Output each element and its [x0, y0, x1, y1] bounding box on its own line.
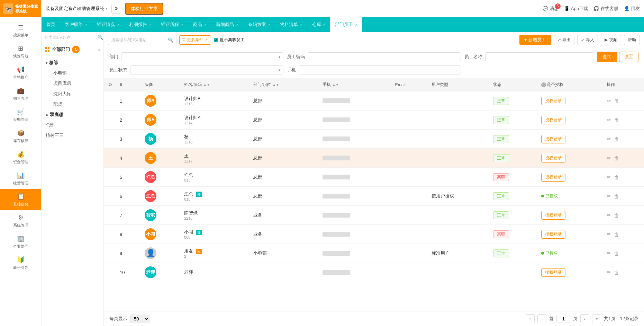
- search-input[interactable]: [111, 37, 166, 42]
- edit-icon[interactable]: ✏: [607, 136, 611, 142]
- sidebar-item-operations[interactable]: 📊 经营管理: [0, 168, 41, 189]
- tab-history[interactable]: 经营历程×: [156, 17, 188, 32]
- tab-dept-staff[interactable]: 部门员工×: [330, 17, 362, 32]
- emp-status-select[interactable]: [130, 65, 283, 74]
- tab-biz[interactable]: 经营情况×: [92, 17, 124, 32]
- edit-icon[interactable]: ✏: [607, 174, 611, 180]
- sidebar-item-inventory[interactable]: 📦 库存核算: [0, 126, 41, 147]
- import-button[interactable]: ↙ 导入: [577, 35, 598, 45]
- search-icon[interactable]: 🔍: [168, 37, 173, 43]
- sidebar-item-guide[interactable]: 🔰 新手引导: [0, 253, 41, 274]
- tab-customer[interactable]: 客户联络×: [60, 17, 92, 32]
- edit-icon[interactable]: ✏: [607, 98, 611, 104]
- tab-biz-close[interactable]: ×: [117, 23, 119, 27]
- tab-profit[interactable]: 利润报告×: [124, 17, 156, 32]
- delete-icon[interactable]: 🗑: [614, 212, 619, 218]
- sidebar-item-quick[interactable]: ⊞ 快速导航: [0, 41, 41, 62]
- export-button[interactable]: ↗ 导出: [554, 35, 574, 45]
- tab-barcode[interactable]: 条码方案×: [243, 17, 275, 32]
- auth-button[interactable]: 授权登录: [541, 97, 565, 105]
- more-filter-button[interactable]: ▽ 更多条件 ∧: [179, 35, 211, 45]
- tab-material[interactable]: 物料清单×: [275, 17, 307, 32]
- system-title[interactable]: 装备及固定资产辅助管理系统 ▾: [46, 6, 107, 12]
- tree-refresh-button[interactable]: ↻: [72, 46, 80, 53]
- tree-group-zongbu[interactable]: ▾ 总部: [42, 58, 103, 68]
- edit-icon[interactable]: ✏: [607, 117, 611, 123]
- tab-barcode-close[interactable]: ×: [268, 23, 270, 27]
- delete-icon[interactable]: 🗑: [614, 193, 619, 199]
- tab-material-close[interactable]: ×: [300, 23, 302, 27]
- prev-page-button[interactable]: ‹: [537, 314, 546, 323]
- tree-item-zongbu2[interactable]: 总部: [42, 120, 103, 130]
- auth-button[interactable]: 授权登录: [541, 230, 565, 239]
- auth-button[interactable]: 授权登录: [541, 116, 565, 124]
- last-page-button[interactable]: »: [592, 314, 601, 323]
- edit-icon[interactable]: ✏: [607, 250, 611, 256]
- tree-collapse-button[interactable]: «: [97, 47, 100, 52]
- trial-button[interactable]: 体验行业方案: [125, 3, 163, 15]
- auth-button[interactable]: 授权登录: [541, 173, 565, 182]
- tab-warehouse[interactable]: 仓库×: [307, 17, 330, 32]
- edit-icon[interactable]: ✏: [607, 212, 611, 218]
- dept-select[interactable]: [121, 52, 283, 61]
- delete-icon[interactable]: 🗑: [614, 231, 619, 237]
- set-button[interactable]: 设置: [619, 52, 638, 62]
- edit-icon[interactable]: ✏: [607, 269, 611, 275]
- tab-new-goods-close[interactable]: ×: [236, 23, 238, 27]
- phone-input[interactable]: [299, 65, 461, 74]
- delete-icon[interactable]: 🗑: [614, 270, 619, 275]
- topbar-gear-button[interactable]: ⚙: [111, 4, 121, 14]
- tree-group-shuangtingxiang[interactable]: ▶ 双庭想: [42, 109, 103, 120]
- help-button[interactable]: 帮助: [624, 35, 640, 45]
- per-page-select[interactable]: 50 20 100: [130, 315, 149, 323]
- first-page-button[interactable]: «: [526, 314, 535, 323]
- tree-item-xiangmukufang[interactable]: 项目库房: [42, 78, 103, 89]
- tab-dept-staff-close[interactable]: ×: [355, 23, 357, 27]
- sidebar-item-marketing[interactable]: 📢 营销推广: [0, 62, 41, 83]
- delete-icon[interactable]: 🗑: [614, 98, 619, 104]
- th-name-sort[interactable]: 姓名/编码 ▲▼: [184, 82, 246, 88]
- delete-icon[interactable]: 🗑: [614, 174, 619, 180]
- tab-goods[interactable]: 商品×: [188, 17, 211, 32]
- sidebar-item-basic[interactable]: 📋 基础信息: [0, 189, 41, 210]
- search-button[interactable]: 查询: [597, 52, 617, 62]
- sidebar-item-purchase[interactable]: 🛒 采购管理: [0, 105, 41, 126]
- auth-button[interactable]: 授权登录: [541, 211, 565, 220]
- tab-profit-close[interactable]: ×: [149, 23, 151, 27]
- add-employee-button[interactable]: + 新增员工: [519, 35, 551, 45]
- video-button[interactable]: ▶ 视频: [601, 35, 621, 45]
- auth-button[interactable]: 授权登录: [541, 135, 565, 143]
- edit-icon[interactable]: ✏: [607, 155, 611, 161]
- user-avatar-button[interactable]: 👤 用友: [624, 6, 640, 12]
- sidebar-item-system[interactable]: ⚙ 系统管理: [0, 210, 41, 231]
- tree-search-input[interactable]: [44, 35, 96, 40]
- next-page-button[interactable]: ›: [580, 314, 589, 323]
- app-download-button[interactable]: 📱 App下载: [564, 6, 588, 12]
- message-button[interactable]: 💬 消息 5: [543, 6, 559, 12]
- emp-code-input[interactable]: [308, 52, 461, 61]
- sidebar-item-finance[interactable]: 💰 资金管理: [0, 147, 41, 168]
- delete-icon[interactable]: 🗑: [614, 250, 619, 256]
- online-service-button[interactable]: 🎧 在线客服: [593, 6, 618, 12]
- tree-item-peihuo[interactable]: 配货: [42, 99, 103, 109]
- tab-history-close[interactable]: ×: [181, 23, 183, 27]
- auth-button[interactable]: 授权登录: [541, 268, 565, 277]
- tab-new-goods[interactable]: 新增商品×: [211, 17, 243, 32]
- th-settings[interactable]: ⚙: [104, 78, 116, 91]
- edit-icon[interactable]: ✏: [607, 193, 611, 199]
- delete-icon[interactable]: 🗑: [614, 117, 619, 123]
- tab-goods-close[interactable]: ×: [204, 23, 206, 27]
- th-dept-sort[interactable]: 部门/职位 ▲▼: [253, 82, 316, 88]
- delete-icon[interactable]: 🗑: [614, 155, 619, 161]
- tree-item-shenyangdaku[interactable]: 沈阳大库: [42, 89, 103, 99]
- auth-button[interactable]: 授权登录: [541, 154, 565, 162]
- tab-home[interactable]: 首页: [42, 17, 60, 32]
- tree-item-zhishu[interactable]: 植树王三: [42, 130, 103, 141]
- tree-search-icon[interactable]: 🔍: [98, 35, 103, 40]
- tree-item-xiaodibu[interactable]: 小电部: [42, 68, 103, 78]
- th-phone-sort[interactable]: 手机 ▲▼: [323, 82, 388, 88]
- page-number-input[interactable]: [556, 315, 570, 323]
- show-resigned-checkbox[interactable]: 显示离职员工: [214, 37, 245, 43]
- sidebar-item-search[interactable]: ☰ 搜索菜单: [0, 20, 41, 41]
- sidebar-item-enterprise[interactable]: 🏢 企业协同: [0, 231, 41, 253]
